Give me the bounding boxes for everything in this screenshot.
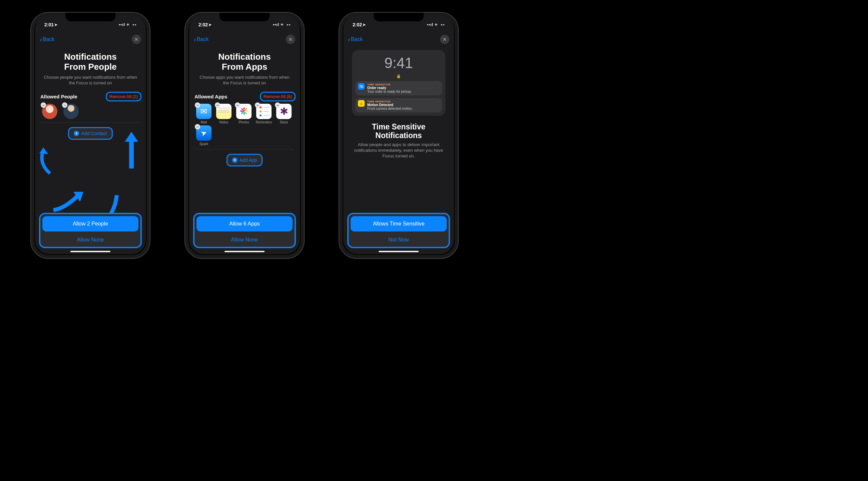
- remove-badge[interactable]: –: [62, 102, 67, 108]
- remove-all-button[interactable]: Remove All (2): [107, 93, 141, 100]
- preview-time: 9:41: [384, 55, 413, 71]
- notification-preview: ⌂ TIME SENSITIVE Motion Detected Front c…: [355, 98, 442, 113]
- close-icon: ✕: [134, 37, 138, 42]
- app-label: Reminders: [256, 120, 272, 124]
- add-app-label: Add App: [240, 157, 257, 163]
- action-buttons-group: Allow 2 People Allow None: [40, 214, 141, 247]
- status-icons: ••ıl ᯤ ▸▪: [273, 22, 290, 27]
- add-contact-button[interactable]: + Add Contact: [69, 128, 112, 139]
- app-item[interactable]: –Slack: [275, 104, 293, 124]
- remove-all-button[interactable]: Remove All (6): [261, 93, 294, 100]
- allowed-people-grid: – –: [40, 104, 141, 123]
- remove-badge[interactable]: –: [215, 102, 220, 108]
- back-button[interactable]: ‹Back: [40, 36, 54, 43]
- add-contact-label: Add Contact: [81, 131, 107, 136]
- home-indicator[interactable]: [70, 251, 111, 252]
- chevron-left-icon: ‹: [348, 36, 350, 43]
- app-item[interactable]: –Spark: [194, 125, 213, 146]
- mail-app-icon: –: [196, 104, 212, 119]
- back-button[interactable]: ‹Back: [348, 36, 363, 43]
- not-now-button[interactable]: Not Now: [349, 233, 449, 247]
- app-label: Notes: [219, 120, 228, 124]
- home-icon: ⌂: [358, 100, 365, 107]
- back-label: Back: [197, 36, 209, 42]
- status-icons: ••ıl ᯤ ▸▪: [119, 22, 136, 27]
- status-time: 2:02: [352, 22, 362, 27]
- allow-time-sensitive-button[interactable]: Allows Time Sensitive: [350, 216, 447, 231]
- avatar: –: [42, 104, 57, 119]
- back-button[interactable]: ‹Back: [194, 36, 209, 43]
- page-title: Time SensitiveNotifications: [349, 122, 449, 140]
- remove-badge[interactable]: –: [41, 102, 46, 108]
- location-icon: ➤: [209, 23, 212, 27]
- close-icon: ✕: [288, 37, 292, 42]
- phone-frame-1: 2:01➤ ••ıl ᯤ ▸▪ ‹Back ✕ NotificationsFro…: [30, 12, 150, 259]
- lock-icon: 🔒: [396, 74, 401, 78]
- app-label: Photos: [239, 120, 249, 124]
- action-buttons-group: Allows Time Sensitive Not Now: [349, 214, 449, 247]
- app-item[interactable]: –Mail: [194, 104, 213, 124]
- page-description: Choose apps you want notifications from …: [194, 75, 294, 86]
- close-button[interactable]: ✕: [440, 35, 450, 44]
- remove-badge[interactable]: –: [195, 102, 200, 108]
- notification-body: Front camera detected motion.: [367, 107, 413, 110]
- allowed-apps-grid: –Mail –Notes –Photos –Reminders –Slack –…: [194, 104, 294, 150]
- page-title: NotificationsFrom Apps: [194, 52, 294, 72]
- notification-preview: 🛍 TIME SENSITIVE Order ready Your order …: [355, 81, 442, 95]
- page-description: Choose people you want notifications fro…: [40, 75, 141, 86]
- location-icon: ➤: [363, 23, 366, 27]
- back-label: Back: [351, 36, 363, 42]
- allow-none-button[interactable]: Allow None: [194, 233, 294, 247]
- section-label: Allowed Apps: [194, 94, 227, 99]
- annotation-arrow: [37, 147, 60, 177]
- allow-primary-button[interactable]: Allow 6 Apps: [196, 216, 292, 231]
- plus-icon: +: [232, 157, 238, 163]
- notch: [219, 13, 270, 21]
- notification-title: Order ready: [367, 86, 412, 90]
- notification-body: Your order is ready for pickup.: [367, 90, 412, 93]
- app-item[interactable]: –Photos: [235, 104, 253, 124]
- app-label: Mail: [201, 120, 207, 124]
- app-item[interactable]: –Reminders: [254, 104, 273, 124]
- time-sensitive-tag: TIME SENSITIVE: [367, 100, 413, 103]
- add-app-button[interactable]: + Add App: [227, 155, 262, 165]
- remove-badge[interactable]: –: [255, 102, 260, 108]
- notch: [374, 13, 424, 21]
- person-item[interactable]: –: [40, 104, 59, 119]
- notification-title: Motion Detected: [367, 103, 413, 107]
- person-item[interactable]: –: [62, 104, 81, 119]
- close-button[interactable]: ✕: [132, 35, 141, 44]
- close-icon: ✕: [443, 37, 447, 42]
- app-item[interactable]: –Notes: [215, 104, 233, 124]
- phone-frame-3: 2:02➤ ••ıl ᯤ ▸▪ ‹Back ✕ 9:41 🔒 🛍 TIME SE…: [339, 12, 459, 259]
- time-sensitive-tag: TIME SENSITIVE: [367, 83, 412, 86]
- location-icon: ➤: [54, 23, 57, 27]
- notch: [65, 13, 116, 21]
- bag-icon: 🛍: [358, 83, 365, 90]
- app-label: Spark: [199, 142, 208, 146]
- action-buttons-group: Allow 6 Apps Allow None: [194, 214, 294, 247]
- photos-app-icon: –: [236, 104, 251, 119]
- allow-primary-button[interactable]: Allow 2 People: [42, 216, 138, 231]
- chevron-left-icon: ‹: [194, 36, 196, 43]
- reminders-app-icon: –: [256, 104, 272, 119]
- home-indicator[interactable]: [379, 251, 418, 252]
- close-button[interactable]: ✕: [286, 35, 295, 44]
- remove-badge[interactable]: –: [195, 124, 200, 129]
- spark-app-icon: –: [196, 125, 212, 141]
- page-description: Allow people and apps to deliver importa…: [349, 140, 449, 159]
- home-indicator[interactable]: [224, 251, 265, 252]
- annotation-arrow: [52, 190, 85, 214]
- plus-icon: +: [74, 131, 79, 136]
- remove-badge[interactable]: –: [235, 102, 240, 108]
- chevron-left-icon: ‹: [40, 36, 42, 43]
- status-icons: ••ıl ᯤ ▸▪: [427, 22, 445, 27]
- section-label: Allowed People: [40, 94, 78, 99]
- status-time: 2:01: [44, 22, 54, 27]
- allow-none-button[interactable]: Allow None: [40, 233, 141, 247]
- back-label: Back: [43, 36, 55, 42]
- remove-badge[interactable]: –: [275, 102, 280, 108]
- slack-app-icon: –: [276, 104, 291, 119]
- app-label: Slack: [280, 120, 288, 124]
- page-title: NotificationsFrom People: [40, 52, 141, 72]
